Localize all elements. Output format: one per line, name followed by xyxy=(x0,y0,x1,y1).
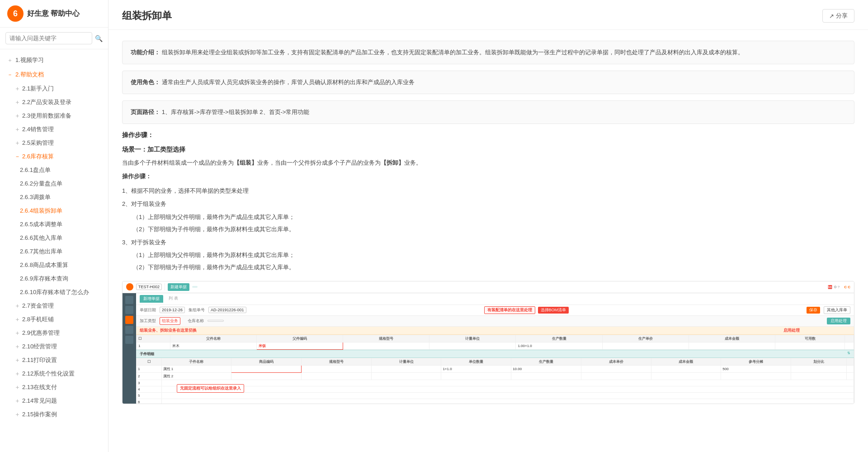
step-1: 1、根据不同的业务，选择不同单据的类型来处理 xyxy=(122,184,854,197)
sidebar-item-2-9[interactable]: ＋2.9优惠券管理 xyxy=(0,326,108,340)
function-intro-text: 组装拆卸单用来处理企业组装或拆卸等加工业务，支持有固定装配清单的产品加工业务，也… xyxy=(162,49,744,56)
mock-warehouse-input[interactable] xyxy=(208,320,224,322)
steps-list: 1、根据不同的业务，选择不同单据的类型来处理 2、对于组装业务 （1）上部明细为… xyxy=(122,184,854,274)
mock-sub-th-7: 生产数量 xyxy=(511,358,581,365)
sidebar-item-2-7[interactable]: ＋2.7资金管理 xyxy=(0,299,108,313)
search-input[interactable] xyxy=(5,32,92,44)
mock-confirm2-btn[interactable]: 启用处理 xyxy=(827,318,850,324)
mock-annotation-2: 组装业务、拆卸业务在这里切换 xyxy=(140,328,197,333)
mock-th-parentname: 父件名称 xyxy=(170,335,256,342)
search-icon[interactable]: 🔍 xyxy=(95,35,103,42)
expand-icon: ＋ xyxy=(14,139,20,146)
expand-icon: ＋ xyxy=(14,343,20,350)
expand-icon: ＋ xyxy=(14,126,20,133)
sidebar-item-2-15[interactable]: ＋2.15操作案例 xyxy=(0,408,108,421)
sidebar-item-label: 2.帮助文档 xyxy=(15,71,44,79)
sidebar-item-2-6[interactable]: －2.6库存核算 xyxy=(0,150,108,163)
mock-confirm-btn[interactable]: 其他入库单 xyxy=(824,306,850,314)
role-block: 使用角色： 通常由生产人员或库管人员完成拆装业务的操作，库管人员确认原材料的出库… xyxy=(122,71,854,94)
expand-icon: ＋ xyxy=(14,85,20,92)
mock-form-new-btn[interactable]: 新增单据 xyxy=(140,295,163,303)
mock-sub-row-6: 6 xyxy=(137,399,854,404)
mock-th-avail: 可用数 xyxy=(775,335,845,342)
sidebar-item-label: 1.视频学习 xyxy=(15,56,44,64)
mock-date-value[interactable]: 2019-12-26 xyxy=(160,307,185,313)
mock-th-qty: 生产数量 xyxy=(516,335,602,342)
mock-topbar-id: TEST-H002 xyxy=(136,284,162,290)
mock-sub-th-3: 商品编码 xyxy=(231,358,302,365)
mock-th-unit: 计量单位 xyxy=(429,335,516,342)
sidebar-item-2-5[interactable]: ＋2.5采购管理 xyxy=(0,136,108,150)
sidebar-item-2-6-8[interactable]: 2.6.8商品成本重算 xyxy=(0,258,108,272)
content-body: 功能介绍： 组装拆卸单用来处理企业组装或拆卸等加工业务，支持有固定装配清单的产品… xyxy=(108,30,868,452)
sidebar-item-2-6-3[interactable]: 2.6.3调拨单 xyxy=(0,190,108,204)
expand-icon: ＋ xyxy=(14,112,20,119)
mock-select-bom-btn[interactable]: 选择BOM清单 xyxy=(538,307,569,314)
sidebar-item-2-6-10[interactable]: 2.6.10库存账本错了怎么办 xyxy=(0,285,108,299)
mock-annotation-4: 无固定流程可以给组织在这里录入 xyxy=(180,386,241,390)
mock-th-action xyxy=(845,335,854,342)
ops-steps-title: 操作步骤： xyxy=(122,131,854,139)
function-intro-label: 功能介绍： xyxy=(131,49,160,56)
mock-sub-th-5: 计量单位 xyxy=(371,358,441,365)
sidebar-item-2-6-7[interactable]: 2.6.7其他出库单 xyxy=(0,245,108,258)
path-text: 1、库存核算->库存管理->组装拆卸单 2、首页->常用功能 xyxy=(162,109,310,115)
step-3: 3、对于拆装业务 xyxy=(122,236,854,249)
mock-tab-2 xyxy=(192,286,198,288)
search-box: 🔍 xyxy=(0,28,108,49)
scenario-1-intro: 当由多个子件材料组装成一个成品的业务为【组装】业务，当由一个父件拆分成多个子产品… xyxy=(122,157,854,168)
sidebar-item-2-2[interactable]: ＋2.2产品安装及登录 xyxy=(0,95,108,109)
sidebar-item-2-6-9[interactable]: 2.6.9库存账本查询 xyxy=(0,272,108,285)
mock-warehouse-label: 仓库名称 xyxy=(188,318,204,324)
sidebar-item-2-12[interactable]: ＋2.12系统个性化设置 xyxy=(0,367,108,381)
mock-biztype-label: 加工类型 xyxy=(140,318,156,324)
sidebar-item-2-4[interactable]: ＋2.4销售管理 xyxy=(0,123,108,136)
mock-biztype-select[interactable]: 组装业务 xyxy=(160,317,180,325)
sidebar-item-2-3[interactable]: ＋2.3使用前数据准备 xyxy=(0,109,108,123)
scenario-1-title: 场景一：加工类型选择 xyxy=(122,146,854,154)
sidebar-item-2-6-2[interactable]: 2.6.2分量盘点单 xyxy=(0,177,108,190)
mock-sub-row-5: 5 xyxy=(137,392,854,399)
expand-icon: ＋ xyxy=(14,384,20,390)
share-button[interactable]: ↗ 分享 xyxy=(822,9,854,23)
sidebar-item-2-10[interactable]: ＋2.10经营管理 xyxy=(0,340,108,353)
screenshot-wrapper: TEST-H002 新建单据 🆘 ⚙ ? C C xyxy=(122,281,854,404)
mock-sub-th-10: 参考分摊 xyxy=(721,358,791,365)
step-2-sub: （1）上部明细为父件明细，最终作为产成品生成其它入库单； （2）下部明细为子件明… xyxy=(122,211,854,236)
sidebar-item-2[interactable]: － 2.帮助文档 xyxy=(0,67,108,82)
mock-user: C C xyxy=(844,285,850,289)
mock-subtable-icon[interactable]: ⇅ xyxy=(847,351,850,355)
sidebar-item-2-1[interactable]: ＋2.1新手入门 xyxy=(0,82,108,95)
sidebar-item-2-11[interactable]: ＋2.11打印设置 xyxy=(0,353,108,367)
mock-app: TEST-H002 新建单据 🆘 ⚙ ? C C xyxy=(123,281,854,404)
step-3-sub-2: （2）下部明细为子件明细，最终作为产成品生成其它入库单。 xyxy=(133,261,854,273)
mock-docno-label: 集组单号 xyxy=(189,307,205,313)
step-3-sub: （1）上部明细为父件明细，最终作为原材料生成其它出库单； （2）下部明细为子件明… xyxy=(122,249,854,274)
mock-sub-th-1: ☐ xyxy=(137,358,162,365)
nav-tree: ＋ 1.视频学习 － 2.帮助文档 ＋2.1新手入门 ＋2.2产品安装及登录 ＋… xyxy=(0,49,108,452)
sidebar-item-2-6-4[interactable]: 2.6.4组装拆卸单 xyxy=(0,204,108,218)
mock-th-spec: 规格型号 xyxy=(343,335,429,342)
sidebar-item-2-6-6[interactable]: 2.6.6其他入库单 xyxy=(0,231,108,245)
sidebar-item-2-8[interactable]: ＋2.8手机旺铺 xyxy=(0,313,108,326)
expand-icon: ＋ xyxy=(14,329,20,336)
expand-icon: ＋ xyxy=(14,411,20,418)
mock-save-btn[interactable]: 保存 xyxy=(807,307,820,314)
sidebar-header: 6 好生意 帮助中心 xyxy=(0,0,108,28)
mock-new-tab-btn[interactable]: 新建单据 xyxy=(168,283,189,291)
logo-icon: 6 xyxy=(7,5,24,22)
mock-sub-row-1: 1 属性 1 1+1.0 10.00 xyxy=(137,365,854,372)
sidebar-item-2-6-1[interactable]: 2.6.1盘点单 xyxy=(0,163,108,177)
sidebar-item-2-13[interactable]: ＋2.13在线支付 xyxy=(0,381,108,394)
mock-form-list-btn[interactable]: 列 表 xyxy=(166,295,181,303)
mock-icons-area: 🆘 ⚙ ? xyxy=(828,285,840,289)
sidebar-item-1[interactable]: ＋ 1.视频学习 xyxy=(0,53,108,67)
mock-sub-th-2: 子件名称 xyxy=(161,358,231,365)
mock-sub-th-action xyxy=(847,358,854,365)
expand-icon: ＋ xyxy=(14,99,20,105)
sidebar-item-2-14[interactable]: ＋2.14常见问题 xyxy=(0,394,108,408)
collapse-icon: － xyxy=(7,71,13,79)
sidebar-item-2-6-5[interactable]: 2.6.5成本调整单 xyxy=(0,218,108,231)
role-text: 通常由生产人员或库管人员完成拆装业务的操作，库管人员确认原材料的出库和产成品的入… xyxy=(162,79,415,86)
mock-sub-th-6: 单位数量 xyxy=(441,358,511,365)
